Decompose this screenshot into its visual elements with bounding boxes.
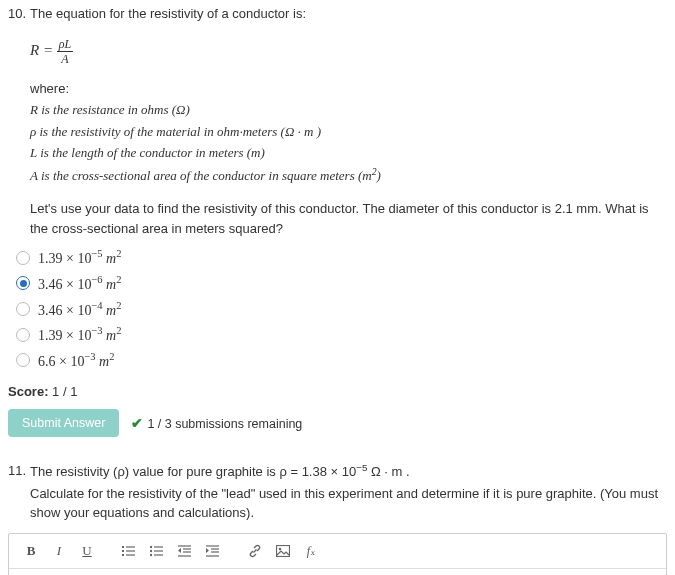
rich-text-editor: B I U fₓ (8, 533, 667, 575)
where-rho: ρ is the resistivity of the material in … (30, 122, 667, 142)
svg-rect-3 (122, 546, 124, 548)
option-label: 1.39 × 10−3 m2 (38, 323, 121, 346)
option-label: 1.39 × 10−5 m2 (38, 246, 121, 269)
radio-icon (16, 328, 30, 342)
equation-button[interactable]: fₓ (299, 540, 323, 562)
q10-score: Score: 1 / 1 (8, 382, 667, 402)
check-icon: ✔ (131, 415, 143, 431)
score-label: Score: (8, 384, 48, 399)
svg-point-10 (150, 550, 152, 552)
image-button[interactable] (271, 540, 295, 562)
radio-icon (16, 302, 30, 316)
where-label: where: (30, 79, 667, 99)
bold-button[interactable]: B (19, 540, 43, 562)
question-number: 10. (8, 4, 30, 24)
score-value: 1 / 1 (52, 384, 77, 399)
svg-rect-4 (122, 550, 124, 552)
underline-button[interactable]: U (75, 540, 99, 562)
editor-toolbar: B I U fₓ (9, 534, 666, 569)
where-A: A is the cross-sectional area of the con… (30, 165, 667, 186)
svg-point-11 (150, 554, 152, 556)
editor-content-area[interactable] (9, 569, 666, 575)
svg-marker-16 (178, 548, 181, 553)
radio-icon (16, 251, 30, 265)
formula-lhs: R (30, 41, 39, 57)
where-L: L is the length of the conductor in mete… (30, 143, 667, 163)
outdent-button[interactable] (173, 540, 197, 562)
question-10: 10. The equation for the resistivity of … (8, 4, 667, 437)
q10-subprompt: Let's use your data to find the resistiv… (30, 199, 667, 238)
question-prompt: The equation for the resistivity of a co… (30, 4, 667, 24)
formula-eq: = (39, 41, 57, 57)
question-prompt: The resistivity (ρ) value for pure graph… (30, 461, 667, 523)
radio-icon (16, 353, 30, 367)
q10-options: 1.39 × 10−5 m2 3.46 × 10−6 m2 3.46 × 10−… (8, 246, 667, 371)
q10-option-2[interactable]: 3.46 × 10−6 m2 (16, 272, 667, 295)
formula-numerator: ρL (57, 38, 73, 52)
q11-header: 11. The resistivity (ρ) value for pure g… (8, 461, 667, 523)
formula-denominator: A (57, 52, 73, 65)
question-11: 11. The resistivity (ρ) value for pure g… (8, 461, 667, 575)
q11-prompt-line2: Calculate for the resistivity of the "le… (30, 484, 667, 523)
q10-submit-row: Submit Answer ✔1 / 3 submissions remaini… (8, 409, 667, 437)
option-label: 3.46 × 10−6 m2 (38, 272, 121, 295)
ordered-list-button[interactable] (117, 540, 141, 562)
q10-option-1[interactable]: 1.39 × 10−5 m2 (16, 246, 667, 269)
submissions-remaining: ✔1 / 3 submissions remaining (131, 413, 302, 434)
where-definitions: where: R is the resistance in ohms (Ω) ρ… (30, 79, 667, 186)
q10-option-3[interactable]: 3.46 × 10−4 m2 (16, 298, 667, 321)
indent-button[interactable] (201, 540, 225, 562)
unordered-list-button[interactable] (145, 540, 169, 562)
link-button[interactable] (243, 540, 267, 562)
svg-marker-21 (206, 548, 209, 553)
option-label: 6.6 × 10−3 m2 (38, 349, 114, 372)
resistivity-formula: R = ρLA (30, 38, 667, 65)
svg-point-23 (279, 548, 282, 551)
radio-icon (16, 276, 30, 290)
question-number: 11. (8, 461, 30, 481)
svg-rect-5 (122, 554, 124, 556)
q10-option-4[interactable]: 1.39 × 10−3 m2 (16, 323, 667, 346)
submit-answer-button[interactable]: Submit Answer (8, 409, 119, 437)
formula-fraction: ρLA (57, 38, 73, 65)
where-R: R is the resistance in ohms (Ω) (30, 100, 667, 120)
option-label: 3.46 × 10−4 m2 (38, 298, 121, 321)
q10-header: 10. The equation for the resistivity of … (8, 4, 667, 24)
q10-option-5[interactable]: 6.6 × 10−3 m2 (16, 349, 667, 372)
svg-rect-22 (277, 545, 290, 556)
svg-point-9 (150, 546, 152, 548)
italic-button[interactable]: I (47, 540, 71, 562)
